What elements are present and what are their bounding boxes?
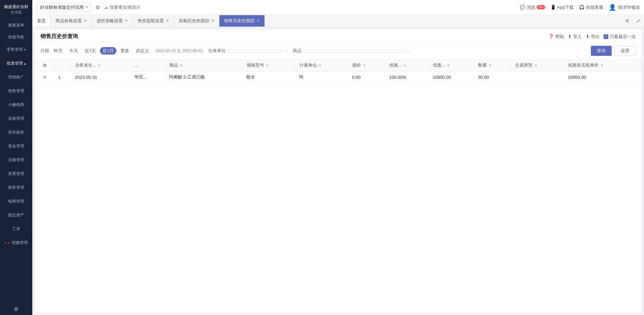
tax-label: 税务管理: [8, 185, 24, 190]
demo-label: 我要看实例演示: [110, 4, 140, 10]
sidebar-item-sales[interactable]: 销售管理: [0, 84, 32, 98]
product-selector[interactable]: 好业财标准版交付试用 ▾: [36, 3, 92, 12]
col-index: [55, 60, 71, 71]
close-icon[interactable]: ✕: [84, 19, 87, 23]
settings-button[interactable]: 设置: [614, 46, 636, 56]
col-more[interactable]: ...: [131, 60, 166, 71]
sidebar-item-marketing[interactable]: 营销推广: [0, 70, 32, 84]
only-last-checkbox[interactable]: ✓ 只看最后一次: [604, 34, 636, 40]
col-tax-price[interactable]: 优惠前无税单价 ⇅: [565, 60, 641, 71]
row-unit: 吨: [296, 71, 349, 83]
date-option-last1month[interactable]: 近1月: [100, 47, 116, 55]
col-price[interactable]: 报价 ⇅: [349, 60, 386, 71]
tabbar-actions: ✕ ⤢: [622, 16, 644, 26]
sidebar-item-tax[interactable]: 税务管理: [0, 181, 32, 195]
checkbox-icon: ✓: [604, 34, 608, 39]
row-settings[interactable]: ⚙: [35, 71, 55, 83]
sidebar-item-fixed-assets[interactable]: 固定资产: [0, 208, 32, 222]
import-button[interactable]: ⬆ 导入: [568, 34, 582, 40]
close-icon[interactable]: ✕: [166, 19, 169, 23]
date-option-last7[interactable]: 近7天: [82, 47, 99, 55]
chevron-up-icon: ▴: [24, 62, 26, 65]
tab-sale-history[interactable]: 销售历史价跟踪 ✕: [219, 15, 265, 27]
close-icon[interactable]: ✕: [211, 19, 214, 23]
col-settings[interactable]: ⚙: [35, 60, 55, 71]
product-input[interactable]: [303, 49, 404, 52]
col-product[interactable]: 商品 ⇅: [166, 60, 243, 71]
demo-button[interactable]: ☁ 我要看实例演示: [104, 4, 140, 10]
tab-home-label: 首页: [37, 18, 46, 24]
sidebar-item-wholesale[interactable]: 批发管理 ▴: [0, 57, 32, 70]
close-window-button[interactable]: ✕: [622, 16, 633, 26]
main-content: 好业财标准版交付试用 ▾ ⚙ ☁ 我要看实例演示 💬 消息 99+ 📱 App下…: [32, 0, 644, 315]
col-discount-pct[interactable]: 优惠... ⇅: [386, 60, 429, 71]
product-more-icon[interactable]: ···: [406, 48, 410, 54]
row-supplier: 华谊...: [131, 71, 166, 83]
date-option-yesterday[interactable]: 昨天: [51, 47, 65, 55]
sidebar-item-inventory[interactable]: 库存核算: [0, 126, 32, 139]
col-date[interactable]: 业务发生... ⇅: [71, 60, 131, 71]
import-icon: ⬆: [568, 34, 572, 39]
sort-icon: ⇅: [601, 64, 603, 67]
sidebar-item-general-ledger[interactable]: 总账管理: [0, 153, 32, 167]
col-discount-price[interactable]: 优惠... ⇅: [429, 60, 475, 71]
col-spec[interactable]: 规格型号 ⇅: [243, 60, 296, 71]
date-option-today[interactable]: 今天: [67, 47, 81, 55]
help-label: 帮助: [555, 34, 564, 40]
headset-icon: 🎧: [579, 5, 584, 10]
help-button[interactable]: ❓ 帮助: [548, 34, 564, 40]
sidebar-item-salary[interactable]: 工资: [0, 222, 32, 236]
settings-icon[interactable]: ⚙: [14, 306, 19, 312]
sort-icon: ⇅: [447, 64, 450, 67]
tab-price-settings[interactable]: 商品价格设置 ✕: [51, 15, 92, 27]
purchase-label: 采购管理: [8, 116, 24, 121]
date-range-text: 2023-05-02 至 2023-06-02: [155, 48, 203, 54]
close-icon[interactable]: ✕: [257, 19, 260, 23]
sort-icon: ⇅: [489, 64, 492, 67]
topbar-right: 💬 消息 99+ 📱 App下载 🎧 在线客服 👤 徐泽华修改: [520, 4, 640, 11]
tab-purchase-history[interactable]: 采购历史价跟踪 ✕: [174, 15, 219, 27]
tab-price-settings-label: 商品价格设置: [56, 18, 82, 24]
phone-icon: 📱: [550, 5, 556, 10]
sidebar-item-retail[interactable]: 零售管理 ▾: [0, 43, 32, 57]
chevron-down-icon: ▾: [86, 5, 88, 9]
app-download-button[interactable]: 📱 App下载: [550, 4, 574, 10]
sidebar-item-smart[interactable]: ● 智能管理: [0, 236, 32, 250]
data-table: ⚙ 业务发生... ⇅ ... 商品 ⇅ 规格型号: [35, 60, 641, 83]
message-label: 消息: [527, 4, 535, 10]
sidebar-item-invoice[interactable]: 发票管理: [0, 167, 32, 181]
export-button[interactable]: ⬇ 导出: [586, 34, 600, 40]
col-qty[interactable]: 数量 ⇅: [475, 60, 512, 71]
sidebar-item-purchase[interactable]: 采购管理: [0, 112, 32, 126]
page-title: 销售历史价查询: [40, 33, 78, 40]
sidebar-item-ecommerce[interactable]: 电商管理: [0, 195, 32, 208]
date-option-custom[interactable]: 自定义: [133, 47, 152, 55]
export-label: 导出: [591, 34, 600, 40]
filter-actions: 查询 设置: [591, 46, 636, 56]
tab-sale-extract[interactable]: 售价提取设置 ✕: [133, 15, 174, 27]
sidebar-item-finance[interactable]: 资金管理: [0, 139, 32, 153]
col-trade-type[interactable]: 交易类型 ⇅: [511, 60, 564, 71]
query-button[interactable]: 查询: [591, 46, 612, 56]
tab-home[interactable]: 首页: [32, 15, 51, 27]
sidebar-item-ecommerce-small[interactable]: 小畅电商: [0, 98, 32, 112]
date-option-more[interactable]: 更多: [118, 47, 132, 55]
online-service-button[interactable]: 🎧 在线客服: [579, 4, 603, 10]
sidebar: 畅捷通好业财 标准版 搜索菜单 快捷导航 零售管理 ▾ 批发管理 ▴ 营销推广 …: [0, 0, 32, 315]
user-profile[interactable]: 👤 徐泽华修改: [609, 4, 640, 11]
sidebar-item-quick-nav[interactable]: 快捷导航: [0, 32, 32, 43]
maximize-button[interactable]: ⤢: [633, 16, 644, 26]
topbar-settings-icon[interactable]: ⚙: [96, 4, 100, 10]
row-date: 2023-05-31: [71, 71, 131, 83]
supplier-more-icon[interactable]: ···: [284, 48, 287, 54]
page-header: 销售历史价查询 ❓ 帮助 ⬆ 导入 ⬇ 导出 ✓ 只看最后一次: [35, 30, 641, 42]
message-button[interactable]: 💬 消息 99+: [520, 4, 545, 10]
import-label: 导入: [573, 34, 582, 40]
row-tax-price: 10950.00: [565, 71, 641, 83]
row-discount-pct: 100.00%: [386, 71, 429, 83]
close-icon[interactable]: ✕: [125, 19, 128, 23]
col-unit[interactable]: 计量单位 ⇅: [296, 60, 349, 71]
sidebar-item-search[interactable]: 搜索菜单: [0, 19, 32, 32]
tab-purchase-strategy[interactable]: 进价策略设置 ✕: [92, 15, 133, 27]
supplier-input[interactable]: [228, 49, 282, 52]
